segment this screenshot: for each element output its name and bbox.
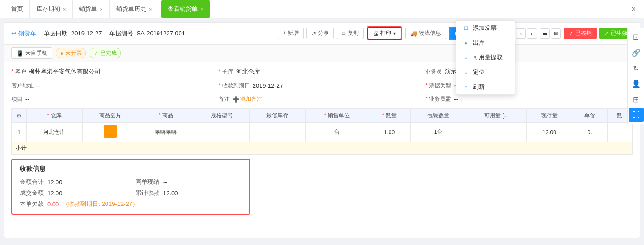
dropdown-add-invoice[interactable]: ☐ 添加发票 [456, 21, 515, 35]
cell-product: 嘻嘻嘻嘻 [138, 123, 194, 142]
prev-arrow[interactable]: ‹ [516, 28, 526, 39]
add-invoice-label: 添加发票 [473, 24, 497, 32]
tab-home[interactable]: 首页 [5, 0, 30, 18]
tab-view-sales-close[interactable]: × [200, 6, 203, 12]
col-unit: * 销售单位 [305, 109, 368, 123]
project-row: 项目 -- [11, 95, 219, 103]
dropdown-locate[interactable]: ○ 定位 [456, 65, 515, 80]
operation-dropdown-menu: ☐ 添加发票 ● 出库 ○ 可用量提取 ○ 定位 ○ 刷新 [456, 20, 515, 95]
warehouse-label: 仓库 [219, 68, 233, 76]
sidebar-fullscreen-icon[interactable]: ⛶ [629, 108, 644, 122]
tab-sales-history-label: 销货单历史 [116, 5, 146, 13]
complete-badge: ✓ 已完成 [90, 48, 121, 58]
list-view-button[interactable]: ☰ [540, 28, 550, 39]
print-dropdown-wrap: 🖨 打印 ▾ [367, 26, 402, 40]
share-button[interactable]: ↗ 分享 [306, 28, 334, 39]
sidebar-link-icon[interactable]: 🔗 [629, 45, 644, 60]
arrears-label: 本单欠款 [20, 200, 44, 208]
new-button[interactable]: + 新增 [278, 28, 304, 39]
global-close-button[interactable]: × [628, 5, 639, 13]
sidebar-expand-icon[interactable]: ⊡ [629, 29, 644, 44]
refresh-label: 刷新 [473, 83, 485, 91]
logistics-label: 物流信息 [419, 29, 441, 37]
tab-inventory-init-label: 库存期初 [36, 5, 60, 13]
table-row: 1 河北仓库 嘻嘻嘻嘻 台 1.00 1台 12.00 0. [12, 123, 633, 142]
col-img: 商品图片 [82, 109, 138, 123]
product-image [104, 125, 117, 138]
payment-section: 收款信息 金额合计 12.00 同单现结 -- 成交金额 12.00 累计收款 … [11, 159, 250, 215]
available-qty-label: 可用量提取 [473, 53, 503, 62]
tab-inventory-init-close[interactable]: × [63, 6, 66, 12]
logistics-button[interactable]: 🚚 物流信息 [405, 28, 446, 39]
dropdown-ship-out[interactable]: ● 出库 [456, 35, 515, 50]
deal-amount-label: 成交金额 [20, 189, 44, 197]
cumulative-row: 累计收款 12.00 [136, 189, 242, 197]
table-container: ⚙ * 仓库 商品图片 * 商品 规格型号 最低库存 * 销售单位 * 数量 包… [11, 108, 633, 155]
total-value: 12.00 [47, 179, 62, 186]
ship-out-label: 出库 [473, 39, 485, 47]
effective-label: 已生效 [611, 29, 627, 37]
phone-icon: 📱 [17, 50, 23, 57]
right-sidebar: ⊡ 🔗 ↻ 👤 ⊞ ⛶ [627, 28, 644, 124]
document-area: ↩ 销货单 单据日期 2019-12-27 单据编号 SA-20191227-0… [4, 22, 640, 238]
form-section: 客户 柳州粤港平安气体有限公司 仓库 河北仓库 业务员 演示账号 客户地址 --… [4, 62, 640, 108]
print-dropdown-arrow[interactable]: ▾ [393, 30, 396, 37]
customer-label: 客户 [11, 68, 26, 76]
arrears-value: 0.00 [47, 201, 59, 208]
sidebar-rotate-icon[interactable]: ↻ [629, 61, 644, 75]
doc-date-meta: 单据日期 2019-12-27 [44, 29, 102, 38]
same-order-value: -- [163, 179, 167, 186]
add-note-icon: ➕ [232, 96, 239, 103]
note-label: 备注 [219, 95, 230, 103]
subtotal-row: 小计 [12, 142, 633, 155]
share-label: 分享 [318, 29, 329, 37]
grid-view-button[interactable]: ⊞ [551, 28, 561, 39]
copy-button[interactable]: ⧉ 复制 [337, 28, 364, 39]
cell-warehouse: 河北仓库 [27, 123, 83, 142]
next-arrow[interactable]: › [527, 28, 537, 39]
sidebar-person-icon[interactable]: 👤 [629, 76, 644, 91]
project-value: -- [25, 96, 29, 103]
revoked-button[interactable]: ✓ 已核销 [564, 28, 597, 39]
cell-spec [194, 123, 250, 142]
address-row: 客户地址 -- [11, 81, 219, 90]
col-available: 可用量 (... [466, 109, 527, 123]
cell-current-stock: 12.00 [526, 123, 572, 142]
warehouse-row: 仓库 河北仓库 [219, 68, 426, 76]
tab-sales-order-label: 销货单 [79, 5, 97, 13]
tab-inventory-init[interactable]: 库存期初 × [30, 0, 73, 18]
employee-label: 业务员 [425, 68, 442, 76]
cell-min-stock [250, 123, 306, 142]
dropdown-refresh[interactable]: ○ 刷新 [456, 80, 515, 94]
col-pkg-qty: 包装数量 [410, 109, 466, 123]
print-button[interactable]: 🖨 打印 ▾ [367, 27, 401, 40]
deal-amount-value: 12.00 [47, 190, 62, 197]
due-date-label: 收款到期日 [219, 82, 250, 90]
print-icon: 🖨 [373, 30, 378, 37]
cell-unit: 台 [305, 123, 368, 142]
tab-sales-order-close[interactable]: × [100, 6, 102, 12]
tab-sales-history-close[interactable]: × [149, 6, 152, 12]
salesperson-label: 业务员盂 [425, 95, 451, 103]
from-phone-button[interactable]: 📱 来自手机 [11, 47, 52, 59]
tab-view-sales-label: 查看销货单 [168, 5, 198, 13]
available-qty-icon: ○ [463, 54, 469, 61]
sidebar-grid-icon[interactable]: ⊞ [629, 92, 644, 107]
ship-out-icon: ● [463, 40, 469, 46]
add-note-button[interactable]: ➕ 添加备注 [232, 95, 262, 103]
revoked-label: 已核销 [575, 29, 592, 37]
total-label: 金额合计 [20, 178, 44, 186]
effective-check-icon: ✓ [604, 30, 609, 37]
tab-sales-order[interactable]: 销货单 × [73, 0, 109, 18]
tab-sales-history[interactable]: 销货单历史 × [110, 0, 158, 18]
same-order-row: 同单现结 -- [136, 178, 242, 186]
col-min-stock: 最低库存 [250, 109, 306, 123]
doc-type-badge: ↩ 销货单 [11, 29, 36, 38]
customer-row: 客户 柳州粤港平安气体有限公司 [11, 68, 219, 76]
dropdown-available-qty[interactable]: ○ 可用量提取 [456, 50, 515, 65]
doc-toolbar: 📱 来自手机 ● 未开票 ✓ 已完成 [4, 45, 640, 62]
tab-view-sales[interactable]: 查看销货单 × [161, 0, 210, 18]
col-price: 单价 [572, 109, 607, 123]
cell-amount [607, 123, 632, 142]
doc-no-value: SA-20191227-001 [137, 30, 186, 37]
